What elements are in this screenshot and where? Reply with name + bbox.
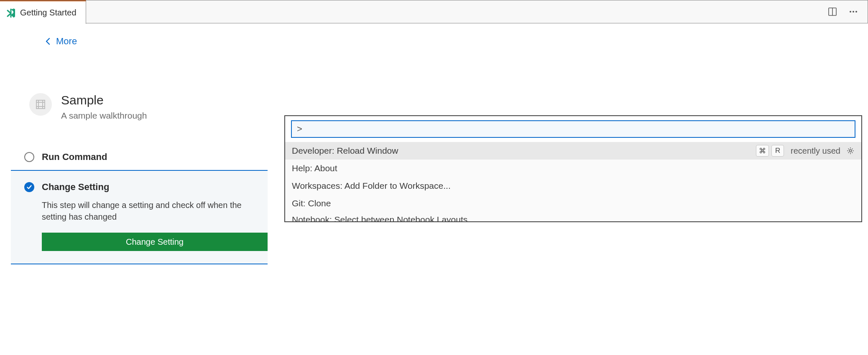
back-more-link[interactable]: More <box>0 36 77 47</box>
walkthrough-header: Sample A sample walkthrough <box>0 93 268 121</box>
palette-item-label: Workspaces: Add Folder to Workspace... <box>292 181 451 191</box>
palette-item-notebook-layouts[interactable]: Notebook: Select between Notebook Layout… <box>285 212 861 221</box>
vscode-icon <box>6 8 16 18</box>
walkthrough-panel: More Sample A sample wal <box>0 23 268 264</box>
key-cmd: ⌘ <box>756 145 769 157</box>
svg-point-3 <box>853 11 854 13</box>
svg-point-15 <box>849 150 851 152</box>
svg-point-2 <box>850 11 851 13</box>
palette-item-label: Help: About <box>292 163 337 173</box>
step-title: Change Setting <box>42 182 109 193</box>
command-palette: Developer: Reload Window ⌘ R recently us… <box>284 115 862 222</box>
more-actions-icon[interactable] <box>848 6 859 18</box>
command-palette-list: Developer: Reload Window ⌘ R recently us… <box>285 142 861 221</box>
walkthrough-icon <box>29 93 52 116</box>
svg-rect-6 <box>38 102 43 106</box>
step-description: This step will change a setting and chec… <box>42 199 255 223</box>
palette-item-help-about[interactable]: Help: About <box>285 160 861 177</box>
walkthrough-title: Sample <box>61 93 147 107</box>
palette-item-label: Notebook: Select between Notebook Layout… <box>292 215 467 221</box>
split-editor-icon[interactable] <box>827 6 838 18</box>
command-palette-input[interactable] <box>291 120 855 138</box>
palette-item-git-clone[interactable]: Git: Clone <box>285 195 861 212</box>
palette-item-reload-window[interactable]: Developer: Reload Window ⌘ R recently us… <box>285 142 861 160</box>
svg-rect-5 <box>36 100 45 109</box>
steps-list: Run Command Change Setting This step wil… <box>0 144 268 264</box>
tab-bar-actions <box>827 0 868 23</box>
chevron-left-icon <box>45 37 51 46</box>
step-checked-icon <box>24 182 34 192</box>
walkthrough-subtitle: A sample walkthrough <box>61 111 147 121</box>
tab-title: Getting Started <box>20 8 77 18</box>
content: More Sample A sample wal <box>0 23 868 264</box>
svg-point-4 <box>855 11 857 13</box>
preview-panel: Developer: Reload Window ⌘ R recently us… <box>268 23 868 264</box>
tab-bar: Getting Started <box>0 0 868 23</box>
step-change-setting[interactable]: Change Setting This step will change a s… <box>11 170 268 264</box>
palette-item-label: Developer: Reload Window <box>292 146 398 156</box>
tab-getting-started[interactable]: Getting Started <box>0 0 86 24</box>
palette-item-label: Git: Clone <box>292 198 331 208</box>
step-title: Run Command <box>42 152 107 162</box>
step-run-command[interactable]: Run Command <box>0 144 268 170</box>
step-unchecked-icon <box>24 152 34 162</box>
more-link-label: More <box>56 36 77 47</box>
change-setting-button[interactable]: Change Setting <box>42 233 268 251</box>
walkthrough-titles: Sample A sample walkthrough <box>61 93 147 121</box>
key-r: R <box>771 145 784 157</box>
gear-icon[interactable] <box>846 147 855 155</box>
palette-hint: recently used <box>791 146 840 156</box>
palette-item-add-folder[interactable]: Workspaces: Add Folder to Workspace... <box>285 177 861 195</box>
